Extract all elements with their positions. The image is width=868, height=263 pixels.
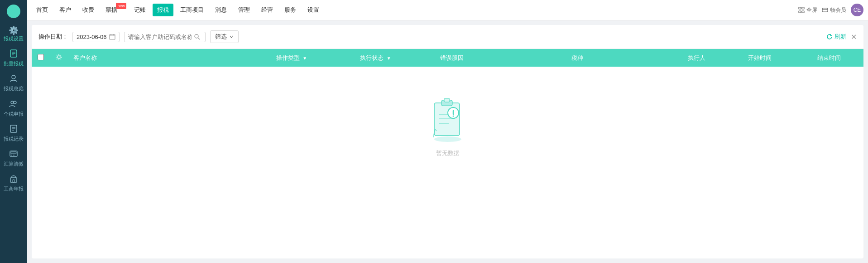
data-table: 客户名称 操作类型 ▼ 执行状态 ▼ 错误股因 (32, 49, 863, 185)
fullscreen-icon (798, 7, 805, 13)
sidebar-item-piliangshuibao-label: 批量报税 (4, 61, 24, 67)
sidebar-item-baoshuizonglan[interactable]: 报税总览 (0, 70, 27, 95)
refresh-button[interactable]: 刷新 (826, 33, 846, 41)
topnav-piao[interactable]: 票据 new (101, 4, 127, 16)
calendar-icon (109, 34, 115, 40)
sidebar-logo (0, 0, 27, 23)
svg-rect-13 (11, 152, 16, 154)
topnav-home[interactable]: 首页 (32, 4, 53, 16)
topnav-fuwu[interactable]: 服务 (280, 4, 301, 16)
svg-rect-18 (799, 7, 801, 9)
th-executor: 执行人 (668, 49, 725, 67)
sidebar: ⚙️ 报税设置 批量报税 报税总览 (0, 0, 27, 263)
th-error: 错误股因 (417, 49, 486, 67)
th-starttime: 开始时间 (725, 49, 794, 67)
topnav-shezhi[interactable]: 设置 (303, 4, 324, 16)
table-body: 暂无数据 (32, 67, 863, 185)
member-button[interactable]: 畅会员 (822, 6, 846, 14)
sidebar-item-huisuan-label: 汇算清缴 (4, 161, 24, 167)
svg-point-5 (12, 75, 15, 79)
svg-rect-16 (10, 178, 17, 182)
th-check[interactable] (32, 49, 50, 67)
baoshuishezhi-icon: ⚙️ (9, 26, 19, 34)
th-customer: 客户名称 (68, 49, 249, 67)
type-filter-icon[interactable]: ▼ (302, 56, 307, 61)
th-status[interactable]: 执行状态 ▼ (334, 49, 418, 67)
svg-rect-19 (802, 7, 804, 9)
svg-line-29 (198, 38, 200, 39)
sidebar-item-geshu[interactable]: 个税申报 (0, 96, 27, 121)
huisuan-icon (9, 149, 18, 160)
gongshang-icon (9, 174, 18, 185)
svg-rect-20 (799, 11, 801, 13)
svg-rect-17 (13, 180, 14, 182)
sidebar-item-gongshang-label: 工商年报 (4, 186, 24, 192)
topnav-right: 全屏 畅会员 CE (798, 4, 863, 16)
sidebar-item-gongshang[interactable]: 工商年报 (0, 170, 27, 195)
th-endtime: 结束时间 (795, 49, 863, 67)
sidebar-item-piliangshuibao[interactable]: 批量报税 (0, 45, 27, 70)
fullscreen-label: 全屏 (806, 6, 817, 14)
date-picker[interactable]: 2023-06-06 (72, 32, 120, 42)
topnav-gongshang[interactable]: 工商项目 (176, 4, 208, 16)
sidebar-item-huisuan[interactable]: 汇算清缴 (0, 146, 27, 170)
logo-icon (7, 5, 20, 18)
topnav-jingying[interactable]: 经营 (257, 4, 278, 16)
topnav-customer[interactable]: 客户 (55, 4, 76, 16)
refresh-icon (826, 34, 833, 40)
member-label: 畅会员 (830, 6, 846, 14)
chevron-down-icon (229, 34, 234, 39)
new-badge: new (116, 3, 126, 9)
refresh-label: 刷新 (834, 33, 846, 41)
svg-point-30 (58, 56, 60, 58)
sidebar-item-baoshuizonglan-label: 报税总览 (4, 86, 24, 92)
sidebar-item-baoshuijilu-label: 报税记录 (4, 136, 24, 142)
filter-label: 筛选 (215, 33, 227, 41)
sidebar-item-baoshuishezhi[interactable]: ⚙️ 报税设置 (0, 23, 27, 45)
main-area: 首页 客户 收费 票据 new 记账 报税 工商项目 消息 管理 经营 服务 设… (27, 0, 868, 263)
baoshuizonglan-icon (9, 74, 18, 84)
topnav: 首页 客户 收费 票据 new 记账 报税 工商项目 消息 管理 经营 服务 设… (27, 0, 868, 20)
svg-point-31 (434, 136, 461, 142)
sidebar-item-geshu-label: 个税申报 (4, 111, 24, 117)
topnav-items: 首页 客户 收费 票据 new 记账 报税 工商项目 消息 管理 经营 服务 设… (32, 4, 798, 16)
table-container: 客户名称 操作类型 ▼ 执行状态 ▼ 错误股因 (32, 49, 863, 258)
status-filter-icon[interactable]: ▼ (387, 56, 391, 61)
avatar[interactable]: CE (851, 4, 863, 16)
svg-point-41 (452, 116, 454, 117)
svg-rect-22 (822, 8, 828, 12)
topnav-xiaoxi[interactable]: 消息 (211, 4, 231, 16)
svg-point-28 (195, 34, 198, 38)
sidebar-item-baoshuishezhi-label: 报税设置 (4, 36, 24, 42)
select-all-checkbox[interactable] (38, 54, 44, 60)
piliangshuibao-icon (9, 49, 18, 59)
svg-rect-35 (444, 98, 450, 102)
svg-point-7 (14, 101, 16, 104)
svg-rect-24 (110, 34, 115, 39)
empty-state: 暂无数据 (32, 67, 863, 185)
search-input[interactable] (128, 34, 192, 40)
th-gear[interactable] (50, 49, 68, 67)
topnav-shoufei[interactable]: 收费 (78, 4, 99, 16)
settings-icon (55, 54, 62, 61)
topnav-baoshui[interactable]: 报税 (153, 4, 173, 16)
filter-button[interactable]: 筛选 (210, 30, 239, 43)
topnav-guanli[interactable]: 管理 (234, 4, 254, 16)
svg-rect-21 (802, 11, 804, 13)
baoshuijilu-icon (9, 124, 18, 135)
topnav-jizhang[interactable]: 记账 (129, 4, 150, 16)
empty-state-cell: 暂无数据 (32, 67, 863, 185)
search-box[interactable] (124, 32, 206, 42)
member-icon (822, 7, 828, 13)
sidebar-item-baoshuijilu[interactable]: 报税记录 (0, 121, 27, 146)
date-value: 2023-06-06 (77, 34, 107, 40)
close-button[interactable]: ✕ (851, 33, 857, 41)
empty-illustration (425, 94, 470, 144)
th-taxtype: 税种 (487, 49, 668, 67)
th-type[interactable]: 操作类型 ▼ (249, 49, 334, 67)
fullscreen-button[interactable]: 全屏 (798, 6, 817, 14)
toolbar: 操作日期： 2023-06-06 筛选 (32, 25, 863, 49)
svg-point-6 (11, 101, 14, 104)
empty-text: 暂无数据 (436, 149, 460, 157)
search-icon (194, 34, 200, 40)
